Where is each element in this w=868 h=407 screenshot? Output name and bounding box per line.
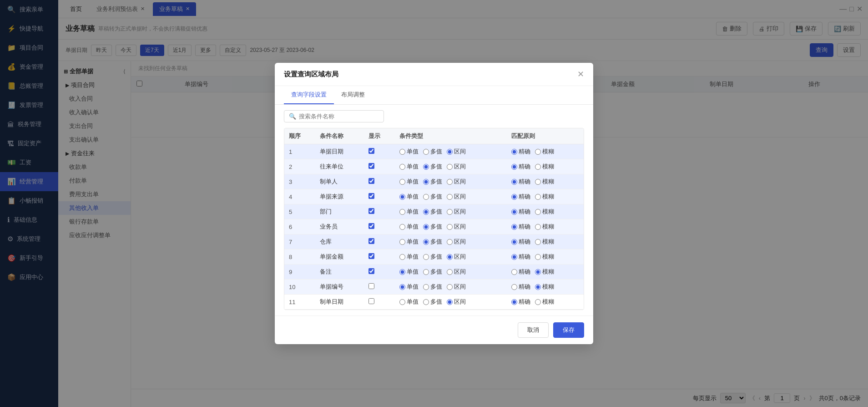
radio-multiple-input[interactable] [423,254,429,260]
radio-single-input[interactable] [399,299,405,305]
row-show-cell[interactable] [364,265,395,280]
row-cond-type-cell[interactable]: 单值 多值 区间 [395,295,507,310]
row-cond-type-cell[interactable]: 单值 多值 区间 [395,280,507,295]
radio-range-input[interactable] [447,194,453,200]
modal-save-button[interactable]: 保存 [553,322,584,338]
radio-fuzzy[interactable]: 模糊 [535,223,554,231]
row-show-cell[interactable] [364,295,395,310]
radio-multiple[interactable]: 多值 [423,253,442,261]
radio-multiple[interactable]: 多值 [423,238,442,246]
radio-fuzzy-input[interactable] [535,254,541,260]
radio-single[interactable]: 单值 [399,223,419,231]
radio-exact[interactable]: 精确 [511,223,530,231]
row-match-rule-cell[interactable]: 精确 模糊 [507,265,584,280]
modal-overlay[interactable]: 设置查询区域布局 ✕ 查询字段设置 布局调整 🔍 [0,0,868,407]
radio-multiple[interactable]: 多值 [423,208,442,216]
radio-exact-input[interactable] [511,179,517,185]
row-match-rule-cell[interactable]: 精确 模糊 [507,219,584,234]
radio-fuzzy-input[interactable] [535,209,541,215]
radio-single-input[interactable] [399,179,405,185]
row-show-cell[interactable] [364,234,395,249]
radio-fuzzy-input[interactable] [535,149,541,155]
radio-single-input[interactable] [399,209,405,215]
radio-fuzzy[interactable]: 模糊 [535,163,554,171]
show-checkbox[interactable] [368,193,374,199]
row-cond-type-cell[interactable]: 单值 多值 区间 [395,204,507,219]
radio-multiple-input[interactable] [423,194,429,200]
radio-single[interactable]: 单值 [399,298,419,306]
radio-range-input[interactable] [447,299,453,305]
radio-single[interactable]: 单值 [399,208,419,216]
row-match-rule-cell[interactable]: 精确 模糊 [507,249,584,265]
row-match-rule-cell[interactable]: 精确 模糊 [507,295,584,310]
row-cond-type-cell[interactable]: 单值 多值 区间 [395,174,507,189]
radio-exact-input[interactable] [511,299,517,305]
radio-single-input[interactable] [399,224,405,230]
radio-single-input[interactable] [399,269,405,275]
radio-multiple[interactable]: 多值 [423,193,442,201]
radio-single-input[interactable] [399,254,405,260]
row-show-cell[interactable] [364,280,395,295]
modal-tab-layout[interactable]: 布局调整 [334,86,372,104]
radio-range[interactable]: 区间 [447,178,466,186]
row-show-cell[interactable] [364,144,395,159]
radio-range[interactable]: 区间 [447,283,466,291]
radio-exact[interactable]: 精确 [511,208,530,216]
row-match-rule-cell[interactable]: 精确 模糊 [507,174,584,189]
radio-single[interactable]: 单值 [399,163,419,171]
row-cond-type-cell[interactable]: 单值 多值 区间 [395,144,507,159]
radio-single[interactable]: 单值 [399,178,419,186]
radio-single-input[interactable] [399,194,405,200]
row-match-rule-cell[interactable]: 精确 模糊 [507,159,584,174]
radio-exact[interactable]: 精确 [511,253,530,261]
radio-exact-input[interactable] [511,239,517,245]
radio-range[interactable]: 区间 [447,193,466,201]
radio-fuzzy[interactable]: 模糊 [535,148,554,156]
show-checkbox[interactable] [368,268,374,274]
modal-tab-field-settings[interactable]: 查询字段设置 [284,86,334,104]
radio-multiple-input[interactable] [423,164,429,170]
radio-multiple-input[interactable] [423,224,429,230]
radio-single[interactable]: 单值 [399,253,419,261]
radio-multiple-input[interactable] [423,239,429,245]
radio-exact[interactable]: 精确 [511,163,530,171]
radio-range-input[interactable] [447,239,453,245]
row-match-rule-cell[interactable]: 精确 模糊 [507,204,584,219]
radio-single[interactable]: 单值 [399,148,419,156]
radio-fuzzy-input[interactable] [535,269,541,275]
radio-fuzzy-input[interactable] [535,299,541,305]
radio-exact[interactable]: 精确 [511,178,530,186]
radio-multiple-input[interactable] [423,269,429,275]
show-checkbox[interactable] [368,253,374,259]
radio-exact-input[interactable] [511,194,517,200]
row-show-cell[interactable] [364,204,395,219]
radio-exact-input[interactable] [511,254,517,260]
show-checkbox[interactable] [368,283,374,289]
row-match-rule-cell[interactable]: 精确 模糊 [507,144,584,159]
radio-multiple-input[interactable] [423,209,429,215]
radio-range-input[interactable] [447,149,453,155]
radio-fuzzy-input[interactable] [535,179,541,185]
radio-range-input[interactable] [447,224,453,230]
radio-exact-input[interactable] [511,209,517,215]
radio-range-input[interactable] [447,209,453,215]
radio-fuzzy-input[interactable] [535,194,541,200]
row-cond-type-cell[interactable]: 单值 多值 区间 [395,189,507,204]
radio-multiple[interactable]: 多值 [423,298,442,306]
row-show-cell[interactable] [364,219,395,234]
modal-cancel-button[interactable]: 取消 [518,322,549,338]
row-cond-type-cell[interactable]: 单值 多值 区间 [395,219,507,234]
radio-range-input[interactable] [447,179,453,185]
radio-exact-input[interactable] [511,224,517,230]
radio-exact[interactable]: 精确 [511,268,530,276]
radio-fuzzy[interactable]: 模糊 [535,253,554,261]
radio-fuzzy-input[interactable] [535,284,541,290]
radio-exact[interactable]: 精确 [511,148,530,156]
row-cond-type-cell[interactable]: 单值 多值 区间 [395,159,507,174]
radio-range[interactable]: 区间 [447,298,466,306]
show-checkbox[interactable] [368,223,374,229]
modal-table-wrap[interactable]: 顺序 条件名称 显示 条件类型 匹配原则 1单据日期 单值 多值 [284,128,584,310]
radio-multiple[interactable]: 多值 [423,283,442,291]
row-cond-type-cell[interactable]: 单值 多值 区间 [395,249,507,265]
radio-exact-input[interactable] [511,164,517,170]
